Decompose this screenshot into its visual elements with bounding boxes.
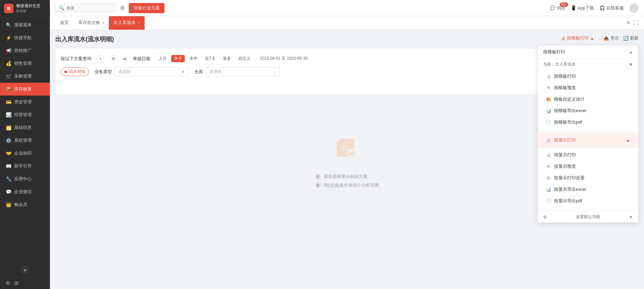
- trial-button[interactable]: 体验行业方案: [129, 3, 165, 13]
- dropdown-header: 按模板打印 ▲: [538, 46, 638, 59]
- user-avatar[interactable]: [629, 3, 639, 13]
- svg-point-3: [347, 148, 356, 158]
- display-excel-icon: 📊: [546, 187, 551, 192]
- date-more[interactable]: 更多: [220, 55, 234, 62]
- display-section-chevron-icon: ▲: [626, 138, 630, 143]
- export-button[interactable]: 📤 导出: [604, 35, 619, 41]
- dropdown-header-chevron-icon[interactable]: ▲: [629, 50, 633, 54]
- template-custom-label: 模板自定义设计: [554, 96, 585, 102]
- sidebar-item-wechat[interactable]: 💬 企业微信: [0, 185, 50, 198]
- display-print-icon: 🖨: [546, 152, 551, 158]
- tab-close-all-icon[interactable]: ✕: [626, 20, 631, 26]
- dropdown-item-template-pdf[interactable]: 📄 按模板导出pdf: [538, 116, 638, 128]
- wechat-icon: 💬: [5, 189, 11, 195]
- filter-add-button[interactable]: +: [97, 55, 104, 62]
- print-template-button[interactable]: 🖨 按模板打印 ▲: [561, 35, 594, 41]
- empty-icon: [333, 135, 360, 167]
- filter-collapse-button[interactable]: ≪: [122, 56, 127, 61]
- collapse-icon[interactable]: ⊞: [14, 280, 19, 286]
- tab-batch-close[interactable]: ×: [102, 21, 104, 25]
- search-icon: 🔍: [5, 22, 11, 28]
- filter-settings-button[interactable]: ⚙: [110, 55, 117, 62]
- message-badge[interactable]: 💬 消息 99+: [550, 5, 565, 11]
- date-range-display: 2023-06-01 至 2023-06-30: [260, 56, 308, 61]
- search-input[interactable]: [66, 6, 110, 10]
- settings-icon[interactable]: ⚙: [5, 280, 10, 286]
- refresh-icon: 🔄: [623, 36, 628, 41]
- sidebar-item-sales[interactable]: 💰 销售管理: [0, 57, 50, 70]
- tab-inout-close[interactable]: ×: [138, 21, 140, 25]
- sidebar-item-purchase[interactable]: 🛒 采购管理: [0, 70, 50, 83]
- dropdown-item-template-excel[interactable]: 📊 按模板导出excel: [538, 105, 638, 116]
- message-count: 99+: [560, 2, 568, 7]
- sidebar-bottom: ⚙ ⊞: [0, 277, 50, 289]
- sidebar-label-search: 搜索菜单: [14, 22, 32, 28]
- dropdown-item-template-print[interactable]: 🖨 按模板打印: [538, 71, 638, 82]
- sidebar-item-guide[interactable]: 📖 新手引导: [0, 160, 50, 173]
- date-7days[interactable]: 近7天: [202, 55, 218, 62]
- vip-icon: 👑: [5, 202, 11, 208]
- filter-scheme-label: 按以下方案查询: [61, 56, 91, 62]
- dropdown-footer-divider: [538, 209, 638, 210]
- print-icon: 🖨: [561, 36, 565, 41]
- online-service-link[interactable]: 🎧 在线客服: [599, 5, 624, 11]
- dropdown-item-template-preview[interactable]: 👁 按模板预览: [538, 82, 638, 94]
- logo-text: 畅捷通好生意 标准版: [16, 3, 40, 14]
- sidebar-item-shortcut[interactable]: ⚡ 快捷导航: [0, 31, 50, 44]
- tab-inout[interactable]: 出入库流水 ×: [109, 16, 144, 30]
- display-print-section-header[interactable]: 🖨 按显示打印 ▲: [538, 134, 638, 146]
- dropdown-item-display-preview[interactable]: 👁 按显示预览: [538, 161, 638, 172]
- purchase-icon: 🛒: [5, 73, 11, 79]
- sidebar-item-marketing[interactable]: 📢 营销推广: [0, 44, 50, 57]
- display-section-icon: 🖨: [546, 137, 551, 143]
- template-excel-label: 按模板导出excel: [554, 108, 586, 114]
- tip-num-1: ①: [315, 174, 321, 180]
- sidebar-item-inventory[interactable]: 📦 库存核算: [0, 83, 50, 96]
- business-type-select[interactable]: 请选择 ▼: [115, 67, 189, 76]
- date-this-month[interactable]: 本月: [171, 55, 185, 62]
- sidebar-item-basic[interactable]: 🗂️ 基础信息: [0, 121, 50, 134]
- date-custom[interactable]: 自定义: [236, 55, 253, 62]
- basic-icon: 🗂️: [5, 125, 11, 131]
- tabs-actions: ✕ ⛶: [626, 20, 639, 26]
- dropdown-item-display-excel[interactable]: 📊 按显示导出excel: [538, 184, 638, 195]
- dropdown-item-display-print[interactable]: 🖨 按显示打印: [538, 149, 638, 161]
- topbar-search-wrap[interactable]: 🔍: [55, 4, 116, 12]
- footer-chevron-icon: ▼: [629, 215, 633, 219]
- sidebar-item-search[interactable]: 🔍 搜索菜单: [0, 19, 50, 31]
- date-this-year[interactable]: 本年: [187, 55, 200, 62]
- dropdown-item-display-pdf[interactable]: 📄 按显示导出pdf: [538, 195, 638, 207]
- app-download-link[interactable]: 📱 App下载: [571, 5, 594, 11]
- sidebar-item-vip[interactable]: 👑 畅会员: [0, 198, 50, 211]
- filter-chip-liushui[interactable]: 流水明细: [61, 68, 89, 76]
- sidebar-item-operation[interactable]: 📊 经营管理: [0, 108, 50, 121]
- warehouse-select[interactable]: 请选择 ···: [206, 67, 280, 76]
- refresh-button[interactable]: 🔄 刷新: [623, 35, 639, 41]
- date-label: 单据日期: [133, 56, 150, 62]
- topbar: 🔍 ⚙ 体验行业方案 💬 消息 99+ 📱 App下载 🎧 在线客服: [50, 0, 644, 16]
- sidebar-item-coop[interactable]: 🤝 企业协同: [0, 147, 50, 160]
- tip-text-2: 用[过滤]条件来缩小分析范围: [324, 181, 379, 190]
- dropdown-footer[interactable]: ⚙ 设置默认功能 ▼: [538, 211, 638, 222]
- dropdown-current-chevron-icon[interactable]: ▼: [629, 62, 633, 67]
- dropdown-item-display-settings[interactable]: ⚙ 按显示打印设置: [538, 172, 638, 184]
- tab-batch[interactable]: 库存批次账 ×: [74, 16, 109, 30]
- template-excel-icon: 📊: [546, 108, 551, 113]
- topbar-gear-icon[interactable]: ⚙: [120, 5, 125, 11]
- apps-icon: 🔧: [5, 176, 11, 182]
- sidebar-label-inventory: 库存核算: [14, 86, 32, 92]
- marketing-icon: 📢: [5, 48, 11, 54]
- export-icon: 📤: [604, 36, 609, 41]
- search-icon: 🔍: [59, 5, 64, 10]
- sidebar-scroll-down[interactable]: ▾: [21, 266, 29, 274]
- footer-settings-icon: ⚙: [543, 215, 547, 219]
- sidebar-label-finance: 资金管理: [14, 99, 32, 105]
- warehouse-more-icon: ···: [273, 70, 276, 74]
- dropdown-item-template-custom[interactable]: 🎨 模板自定义设计: [538, 94, 638, 105]
- tab-expand-icon[interactable]: ⛶: [633, 20, 639, 26]
- tab-home[interactable]: 首页: [55, 16, 74, 30]
- sidebar-item-system[interactable]: ⚙️ 系统管理: [0, 134, 50, 147]
- date-last-month[interactable]: 上月: [156, 55, 169, 62]
- sidebar-item-apps[interactable]: 🔧 应用中心: [0, 173, 50, 185]
- sidebar-item-finance[interactable]: 💳 资金管理: [0, 96, 50, 108]
